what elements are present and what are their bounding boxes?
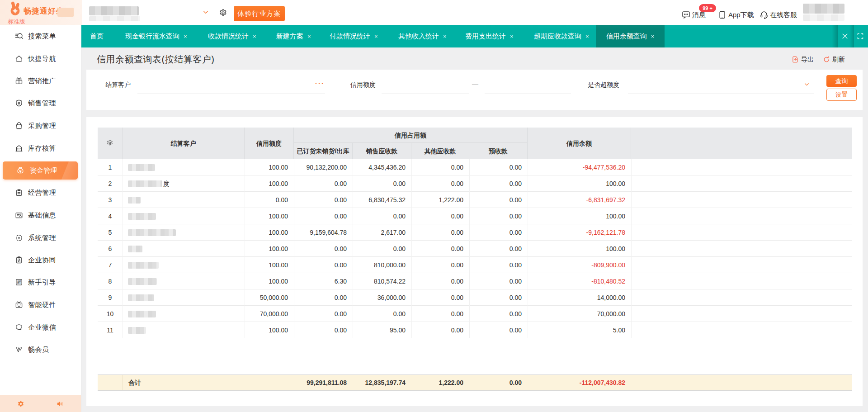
svg-text:新: 新 [17,280,21,284]
